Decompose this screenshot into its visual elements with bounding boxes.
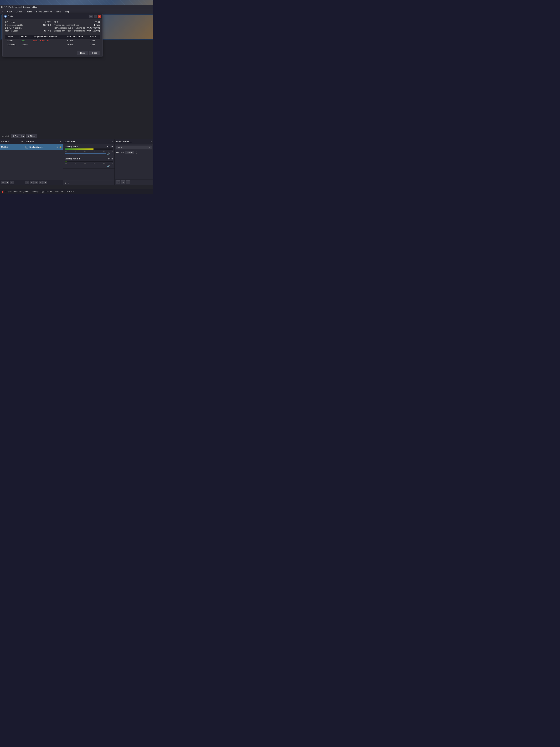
cpu-usage-value: 0.26% <box>45 21 51 23</box>
source-up-btn[interactable]: ▲ <box>39 181 43 184</box>
duration-label: Duration <box>116 151 124 154</box>
recording-bitrate: 0 kb/s <box>89 43 100 47</box>
duration-spin-up[interactable]: ▲▼ <box>135 151 137 154</box>
more-button-2[interactable]: ⋮ <box>111 164 113 167</box>
missed-frames-label: Frames missed due to rendering lag <box>54 27 85 29</box>
cpu-status: CPU: 0.19 <box>66 190 74 192</box>
disk-space-label: Disk space available <box>5 24 23 26</box>
source-settings-btn[interactable]: ⚙ <box>34 181 38 184</box>
add-transition-btn[interactable]: + <box>116 180 120 184</box>
desktop-audio-1-db: 0.0 dB <box>107 146 113 148</box>
scenes-toolbar: ⧉ ▲ ▼ <box>0 180 24 185</box>
mute-button-1[interactable]: 🔊 <box>107 153 110 155</box>
stats-title-bar: ● Stats — □ ✕ <box>3 14 102 19</box>
bitrate-status: 134 kbps <box>32 190 39 192</box>
rec-time-value: 00:00:00 <box>56 190 63 192</box>
recording-label: Recording <box>5 43 20 47</box>
meter-fill-2 <box>64 161 67 162</box>
scenes-copy-icon[interactable]: ⧉ <box>21 140 23 143</box>
source-visibility-icon[interactable]: 👁 <box>56 146 58 148</box>
desktop-audio-1-controls: 🔊 ⋮ <box>64 153 113 155</box>
reset-button[interactable]: Reset <box>78 51 88 55</box>
recording-status: Inactive <box>20 43 31 47</box>
recording-row: Recording Inactive 0.0 MB 0 kb/s <box>5 43 100 47</box>
meter-scale-2: -60 -45 -30 -20 -10 0 <box>64 162 113 164</box>
audio-footer: ⚙ ⋮ <box>63 181 114 185</box>
gear-icon: ⚙ <box>12 135 14 137</box>
props-bar: selected ⚙ Properties ▦ Filters <box>0 133 153 139</box>
transitions-copy-icon[interactable]: ⧉ <box>151 140 152 143</box>
skipped-frames-label: Skipped frames due to encoding lag <box>54 30 85 32</box>
menu-item-view[interactable]: View <box>7 10 12 13</box>
add-source-btn[interactable]: + <box>25 181 29 184</box>
transition-type-select[interactable]: Fade ▾ <box>116 146 152 149</box>
menu-item-tools[interactable]: Tools <box>55 10 61 13</box>
properties-button[interactable]: ⚙ Properties <box>11 134 26 138</box>
stream-row: Stream LIVE 2093 / 6918 (30.3%) 6.4 MB 0… <box>5 39 100 43</box>
status-bar: Dropped Frames 2091 (30.3%) 134 kbps ((·… <box>0 189 153 194</box>
menu-item-it[interactable]: it <box>1 10 4 13</box>
menu-item-scene-collection[interactable]: Scene Collection <box>35 10 52 13</box>
disk-space-row: Disk space available 992.0 GB <box>5 24 51 26</box>
desktop-audio-2-controls: 🔊 ⋮ <box>64 164 113 167</box>
bottom-panels: selected ⚙ Properties ▦ Filters Scenes ⧉… <box>0 133 153 185</box>
scene-copy-btn[interactable]: ⧉ <box>1 181 5 184</box>
audio-settings-icon[interactable]: ⚙ <box>64 182 66 184</box>
minimize-button[interactable]: — <box>89 15 93 18</box>
transitions-panel: Scene Transiti... ⧉ Fade ▾ Duration 350 … <box>115 139 153 185</box>
meter-scale-1: -60 -45 -30 -20 -10 0 <box>64 150 113 152</box>
stream-time-status: ((·)) 00:03:51 <box>42 190 52 192</box>
window-controls: — □ ✕ <box>89 15 101 18</box>
live-status-badge: LIVE <box>21 40 25 42</box>
memory-row: Memory Usage 680.7 MB <box>5 30 51 32</box>
source-down-btn[interactable]: ▼ <box>43 181 47 184</box>
fps-value: 30.00 <box>95 21 100 23</box>
close-button[interactable]: ✕ <box>98 15 101 18</box>
mute-button-2[interactable]: 🔊 <box>107 164 110 167</box>
transition-more-btn[interactable]: ⋮ <box>126 180 130 184</box>
scenes-title: Scenes <box>1 140 21 143</box>
sources-copy-icon[interactable]: ⧉ <box>60 140 61 143</box>
fps-label: FPS <box>54 21 58 23</box>
signal-bar-3 <box>3 191 3 192</box>
remove-source-btn[interactable]: 🗑 <box>30 181 34 184</box>
scene-down-btn[interactable]: ▼ <box>10 181 14 184</box>
stream-bitrate: 0 kb/s <box>89 39 100 43</box>
rec-dot-icon <box>55 191 56 192</box>
duration-input[interactable]: 350 ms <box>125 151 134 154</box>
filters-button[interactable]: ▦ Filters <box>26 134 37 138</box>
menu-item-docks[interactable]: Docks <box>15 10 22 13</box>
more-button-1[interactable]: ⋮ <box>111 153 113 155</box>
signal-bar-1 <box>2 192 2 192</box>
stream-time-icon: ((·)) <box>42 190 45 192</box>
desktop-audio-2-meter <box>64 161 113 162</box>
transitions-title: Scene Transiti... <box>116 140 150 143</box>
remove-transition-btn[interactable]: 🗑 <box>121 180 125 184</box>
disk-space-value: 992.0 GB <box>43 24 51 26</box>
volume-slider-1[interactable] <box>64 153 106 154</box>
scene-up-btn[interactable]: ▲ <box>5 181 9 184</box>
source-item-display-capture[interactable]: □ Display Capture 👁 🔒 <box>24 144 63 150</box>
source-lock-icon[interactable]: 🔒 <box>59 146 61 148</box>
sources-header: Sources ⧉ <box>24 139 63 144</box>
skipped-frames-row: Skipped frames due to encoding lag 0 / 6… <box>54 30 100 32</box>
chevron-down-icon: ▾ <box>149 146 150 149</box>
transitions-header: Scene Transiti... ⧉ <box>115 139 153 144</box>
filter-icon: ▦ <box>28 135 29 137</box>
audio-copy-icon[interactable]: ⧉ <box>112 140 113 143</box>
avg-render-row: Average time to render frame 1.4 ms <box>54 24 100 26</box>
audio-mixer-panel: Audio Mixer ⧉ Desktop Audio 0.0 dB -60 -… <box>63 139 115 185</box>
audio-header: Audio Mixer ⧉ <box>63 139 114 144</box>
menu-item-help[interactable]: Help <box>64 10 70 13</box>
disk-full-label: Disk full in (approx.) <box>5 27 22 29</box>
fps-row: FPS 30.00 <box>54 21 100 23</box>
scene-item-untitled[interactable]: Untitled <box>0 144 24 150</box>
close-stats-button[interactable]: Close <box>89 51 100 55</box>
menu-item-profile[interactable]: Profile <box>25 10 33 13</box>
menu-bar: it View Docks Profile Scene Collection T… <box>0 9 153 14</box>
total-col-header: Total Data Output <box>65 35 89 39</box>
maximize-button[interactable]: □ <box>94 15 97 18</box>
volume-slider-2[interactable] <box>64 165 106 166</box>
audio-more-icon[interactable]: ⋮ <box>68 182 70 184</box>
output-table: Output Status Dropped Frames (Network) T… <box>5 34 100 47</box>
